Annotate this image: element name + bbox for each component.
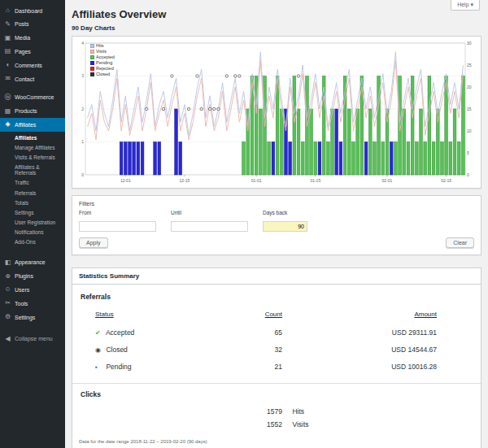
sidebar-subitem-referrals[interactable]: Referrals bbox=[0, 188, 65, 198]
apply-button[interactable]: Apply bbox=[79, 237, 108, 248]
status-label: Accepted bbox=[106, 328, 134, 337]
amount-header[interactable]: Amount bbox=[282, 307, 437, 324]
sidebar-subitem-totals[interactable]: Totals bbox=[0, 198, 65, 207]
help-dropdown[interactable]: Help ▾ bbox=[451, 0, 480, 11]
referrals-section: Referrals Status Count Amount ✔ bbox=[72, 285, 481, 380]
legend-swatch bbox=[90, 44, 94, 48]
sidebar-item-contact[interactable]: ✉Contact bbox=[0, 72, 65, 86]
visits-count: 1552 bbox=[95, 420, 282, 428]
menu-label: Media bbox=[15, 35, 30, 41]
sidebar-subitem-settings[interactable]: Settings bbox=[0, 207, 65, 217]
closed-icon: ◉ bbox=[95, 346, 104, 354]
legend-swatch bbox=[90, 72, 94, 76]
sidebar-subitem-traffic[interactable]: Traffic bbox=[0, 178, 65, 188]
filter-fields: From Until Days back bbox=[79, 210, 474, 232]
affiliates-icon: ◈ bbox=[4, 121, 11, 128]
ninety-day-chart: 0123405101520253012-0112-1501-0101-1502-… bbox=[76, 40, 477, 185]
sidebar-item-posts[interactable]: ✎Posts bbox=[0, 18, 65, 32]
plugins-icon: ⊕ bbox=[4, 273, 11, 281]
menu-label: Tools bbox=[15, 301, 28, 307]
sidebar-item-tools[interactable]: ✂Tools bbox=[0, 297, 65, 311]
count-header[interactable]: Count bbox=[225, 307, 282, 324]
sidebar-item-comments[interactable]: ◖Comments bbox=[0, 59, 65, 72]
svg-text:2: 2 bbox=[81, 107, 84, 111]
status-label: Closed bbox=[106, 346, 127, 354]
menu-label: Appearance bbox=[15, 259, 46, 266]
sidebar-subitem-visits-referrals[interactable]: Visits & Referrals bbox=[0, 152, 65, 162]
svg-text:1: 1 bbox=[81, 139, 84, 144]
status-label: Pending bbox=[106, 363, 131, 371]
filters-title: Filters bbox=[79, 201, 474, 207]
table-header-row: Status Count Amount bbox=[95, 307, 437, 324]
comments-icon: ◖ bbox=[4, 62, 11, 69]
clicks-title: Clicks bbox=[79, 390, 474, 398]
amount-value: USD 14544.67 bbox=[282, 341, 437, 358]
sidebar-subitem-user-registration[interactable]: User Registration bbox=[0, 217, 65, 227]
sidebar-item-media[interactable]: ▣Media bbox=[0, 32, 65, 46]
table-row-pending: ▪ Pending 21 USD 10016.28 bbox=[95, 358, 437, 375]
sidebar-subitem-manage-affiliates[interactable]: Manage Affiliates bbox=[0, 142, 65, 152]
section-title-90-day-charts: 90 Day Charts bbox=[72, 24, 481, 32]
sidebar-item-settings-main[interactable]: ⚙Settings bbox=[0, 311, 65, 324]
clicks-section: Clicks 1579 Hits 1552 Visits bbox=[72, 383, 481, 434]
sidebar-item-woocommerce[interactable]: ⓌWooCommerce bbox=[0, 91, 65, 105]
menu-label: Contact bbox=[15, 76, 34, 83]
svg-text:15: 15 bbox=[467, 107, 472, 111]
menu-label: Products bbox=[15, 108, 37, 115]
legend-item-pending: Pending bbox=[90, 60, 115, 65]
dashboard-icon: ⌂ bbox=[4, 7, 11, 15]
until-input[interactable] bbox=[171, 221, 248, 232]
sidebar-item-products[interactable]: ▦Products bbox=[0, 105, 65, 119]
menu-label: Affiliates & Referrals bbox=[15, 164, 40, 176]
days-back-input[interactable] bbox=[263, 221, 307, 232]
count-value: 65 bbox=[225, 324, 282, 341]
menu-label: Notifications bbox=[15, 229, 43, 235]
menu-label: Traffic bbox=[15, 180, 29, 185]
page-title: Affiliates Overview bbox=[72, 8, 481, 20]
count-value: 21 bbox=[225, 358, 282, 375]
from-input[interactable] bbox=[79, 221, 156, 232]
statistics-summary-title: Statistics Summary bbox=[72, 268, 481, 285]
sidebar-item-dashboard[interactable]: ⌂Dashboard bbox=[0, 4, 65, 18]
from-field-group: From bbox=[79, 210, 156, 232]
sidebar-subitem-affiliates-overview[interactable]: Affiliates bbox=[0, 133, 65, 142]
visits-row: 1552 Visits bbox=[95, 418, 474, 431]
tools-icon: ✂ bbox=[4, 300, 11, 307]
sidebar-subitem-notifications[interactable]: Notifications bbox=[0, 228, 65, 237]
until-field-group: Until bbox=[171, 210, 248, 232]
sidebar-item-affiliates[interactable]: ◈Affiliates bbox=[0, 118, 65, 132]
settings-main-icon: ⚙ bbox=[4, 314, 11, 321]
svg-text:12-01: 12-01 bbox=[120, 178, 131, 183]
sidebar-item-users[interactable]: ☺Users bbox=[0, 283, 65, 297]
sidebar-item-collapse-menu[interactable]: ◀Collapse menu bbox=[0, 333, 65, 346]
legend-swatch bbox=[90, 67, 94, 71]
menu-label: Add-Ons bbox=[15, 239, 36, 245]
legend-swatch bbox=[90, 61, 94, 65]
menu-label: Referrals bbox=[15, 190, 36, 196]
caret-down-icon: ▾ bbox=[470, 2, 473, 7]
svg-text:4: 4 bbox=[81, 41, 84, 46]
menu-label: Users bbox=[15, 287, 29, 294]
legend-label: Pending bbox=[96, 60, 112, 65]
clear-button[interactable]: Clear bbox=[446, 237, 474, 248]
svg-text:10: 10 bbox=[467, 128, 472, 133]
sidebar-subitem-affiliates-referrals[interactable]: Affiliates & Referrals bbox=[0, 163, 65, 178]
legend-label: Closed bbox=[96, 72, 110, 76]
affiliates-submenu: AffiliatesManage AffiliatesVisits & Refe… bbox=[0, 132, 65, 251]
menu-label: WooCommerce bbox=[15, 94, 54, 101]
legend-item-rejected: Rejected bbox=[90, 66, 115, 71]
table-row-accepted: ✔ Accepted 65 USD 29311.91 bbox=[95, 324, 437, 341]
admin-sidebar: ⌂Dashboard✎Posts▣Media▤Pages◖Comments✉Co… bbox=[0, 0, 65, 448]
legend-swatch bbox=[90, 50, 94, 54]
svg-text:0: 0 bbox=[81, 172, 84, 177]
days-back-label: Days back bbox=[263, 210, 307, 215]
sidebar-item-pages[interactable]: ▤Pages bbox=[0, 45, 65, 59]
sidebar-item-appearance[interactable]: ◧Appearance bbox=[0, 256, 65, 270]
menu-label: Visits & Referrals bbox=[15, 154, 55, 160]
statistics-panel: Statistics Summary Referrals Status Coun… bbox=[72, 267, 481, 448]
legend-swatch bbox=[90, 55, 94, 59]
sidebar-item-plugins[interactable]: ⊕Plugins bbox=[0, 270, 65, 284]
legend-label: Hits bbox=[96, 43, 103, 48]
sidebar-subitem-add-ons[interactable]: Add-Ons bbox=[0, 237, 65, 247]
status-header[interactable]: Status bbox=[95, 307, 225, 324]
